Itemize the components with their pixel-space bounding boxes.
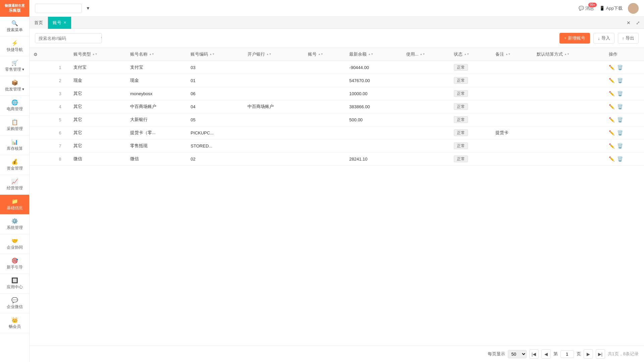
row-action-4: ✏️ 🗑️ [605, 113, 644, 126]
edit-icon-2[interactable]: ✏️ [609, 91, 614, 96]
delete-icon-5[interactable]: 🗑️ [617, 130, 623, 135]
row-bank-0 [244, 61, 304, 74]
edit-icon-5[interactable]: ✏️ [609, 130, 614, 135]
row-bank-4 [244, 113, 304, 126]
col-status[interactable]: 状态▲▼ [450, 48, 491, 61]
col-settings[interactable]: ⚙ [30, 48, 51, 61]
delete-icon-7[interactable]: 🗑️ [617, 156, 623, 162]
import-button[interactable]: ↓ 导入 [593, 33, 614, 44]
app-download-button[interactable]: 📱 App下载 [599, 5, 623, 11]
row-name-6: 零售抵现 [126, 139, 186, 153]
row-name-2: moneybosx [126, 87, 186, 100]
tab-minimize-button[interactable]: ✕ [625, 19, 632, 26]
basic-info-icon: 📁 [11, 198, 18, 204]
col-type[interactable]: 账号类型▲▼ [69, 48, 126, 61]
header-search-input[interactable] [35, 4, 82, 13]
col-account[interactable]: 账号▲▼ [304, 48, 345, 61]
sidebar-item-enterprise-wechat[interactable]: 💬 企业微信 [0, 294, 29, 313]
sidebar-item-inventory[interactable]: 📊 库存核算 [0, 135, 29, 155]
next-page-button[interactable]: ▶ [584, 349, 593, 359]
row-name-7: 微信 [126, 153, 186, 166]
sidebar-item-system-mgmt[interactable]: ⚙️ 系统管理 [0, 215, 29, 234]
sidebar-item-label: 应用中心 [7, 284, 23, 290]
sort-arrows-bank: ▲▼ [266, 53, 272, 56]
row-action-5: ✏️ 🗑️ [605, 126, 644, 139]
edit-icon-6[interactable]: ✏️ [609, 143, 614, 148]
col-bank[interactable]: 开户银行▲▼ [244, 48, 304, 61]
export-button[interactable]: ↑ 导出 [618, 33, 639, 44]
sort-arrows-status: ▲▼ [464, 53, 469, 56]
row-default-settlement-3 [533, 100, 605, 113]
sidebar-item-quick-nav[interactable]: ⚡ 快捷导航 [0, 37, 29, 56]
sidebar-item-wholesale-mgmt[interactable]: 📦 批发管理 ▾ [0, 76, 29, 96]
row-bank-5 [244, 126, 304, 139]
row-usage-1 [402, 74, 450, 87]
add-account-button[interactable]: + 新增账号 [559, 33, 590, 44]
row-account-5 [304, 126, 345, 139]
row-usage-5 [402, 126, 450, 139]
search-button[interactable]: 🔍 [98, 34, 102, 43]
sidebar-item-retail-mgmt[interactable]: 🛒 零售管理 ▾ [0, 56, 29, 76]
user-avatar[interactable] [628, 3, 639, 14]
row-type-0: 支付宝 [69, 61, 126, 74]
edit-icon-3[interactable]: ✏️ [609, 104, 614, 109]
prev-page-button[interactable]: ◀ [541, 349, 551, 359]
sidebar-item-beginner-guide[interactable]: 🎯 新手引导 [0, 254, 29, 274]
tab-close-icon[interactable]: ✕ [63, 20, 66, 25]
search-input[interactable] [35, 34, 98, 43]
download-icon: 📱 [599, 6, 605, 11]
sidebar-item-app-center[interactable]: 🔲 应用中心 [0, 274, 29, 294]
sidebar-item-enterprise-agreement[interactable]: 🤝 企业协同 [0, 234, 29, 254]
row-num-7: 8 [51, 153, 69, 166]
row-bank-6 [244, 139, 304, 153]
row-usage-4 [402, 113, 450, 126]
svg-rect-0 [628, 3, 639, 14]
tab-home[interactable]: 首页 [30, 17, 48, 29]
table-header-row: ⚙ 账号类型▲▼ 账号名称▲▼ 账号编码▲▼ 开户银行▲▼ 账号▲▼ 最新余额▲… [30, 48, 644, 61]
row-type-2: 其它 [69, 87, 126, 100]
header-dropdown[interactable]: ▼ [86, 6, 90, 11]
edit-icon-0[interactable]: ✏️ [609, 65, 614, 70]
sidebar-item-label: 畅会员 [9, 324, 21, 329]
row-settings-2 [30, 87, 51, 100]
row-num-2: 3 [51, 87, 69, 100]
col-code[interactable]: 账号编码▲▼ [186, 48, 243, 61]
row-balance-5 [345, 126, 402, 139]
col-default-settlement[interactable]: 默认结算方式▲▼ [533, 48, 605, 61]
message-button[interactable]: 💬 消息 99+ [579, 5, 594, 11]
delete-icon-6[interactable]: 🗑️ [617, 143, 623, 148]
col-usage[interactable]: 使用...▲▼ [402, 48, 450, 61]
row-name-4: 大新银行 [126, 113, 186, 126]
edit-icon-4[interactable]: ✏️ [609, 117, 614, 122]
col-balance[interactable]: 最新余额▲▼ [345, 48, 402, 61]
first-page-button[interactable]: |◀ [529, 349, 539, 359]
finance-mgmt-icon: 💰 [11, 159, 18, 165]
sidebar-item-purchase-mgmt[interactable]: 📋 采购管理 [0, 116, 29, 135]
tab-account[interactable]: 账号✕ [48, 17, 71, 29]
row-status-3: 正常 [450, 100, 491, 113]
tab-label: 首页 [34, 20, 43, 26]
sidebar-item-vip-member[interactable]: 👑 畅会员 [0, 313, 29, 333]
per-page-select[interactable]: 50 100 200 [508, 350, 527, 358]
last-page-button[interactable]: ▶| [596, 349, 605, 359]
col-name[interactable]: 账号名称▲▼ [126, 48, 186, 61]
row-status-5: 正常 [450, 126, 491, 139]
row-type-4: 其它 [69, 113, 126, 126]
sidebar-item-finance-mgmt[interactable]: 💰 资金管理 [0, 155, 29, 175]
sidebar-item-basic-info[interactable]: 📁 基础信息 [0, 195, 29, 215]
tab-maximize-button[interactable]: ⤢ [635, 19, 641, 26]
col-remark[interactable]: 备注▲▼ [491, 48, 533, 61]
delete-icon-1[interactable]: 🗑️ [617, 78, 623, 83]
edit-icon-1[interactable]: ✏️ [609, 78, 614, 83]
edit-icon-7[interactable]: ✏️ [609, 156, 614, 162]
sidebar-item-operation-mgmt[interactable]: 📈 经营管理 [0, 175, 29, 195]
page-number-input[interactable] [560, 350, 574, 358]
sidebar-item-search-order[interactable]: 🔍 搜索菜单 [0, 17, 29, 37]
sidebar-item-label: 批发管理 ▾ [5, 86, 24, 92]
delete-icon-4[interactable]: 🗑️ [617, 117, 623, 122]
delete-icon-2[interactable]: 🗑️ [617, 91, 623, 96]
table-row: 5 其它 大新银行 05 500.00 正常 ✏️ 🗑️ [30, 113, 644, 126]
sidebar-item-ecommerce-mgmt[interactable]: 🌐 电商管理 [0, 96, 29, 116]
delete-icon-3[interactable]: 🗑️ [617, 104, 623, 109]
delete-icon-0[interactable]: 🗑️ [617, 65, 623, 70]
